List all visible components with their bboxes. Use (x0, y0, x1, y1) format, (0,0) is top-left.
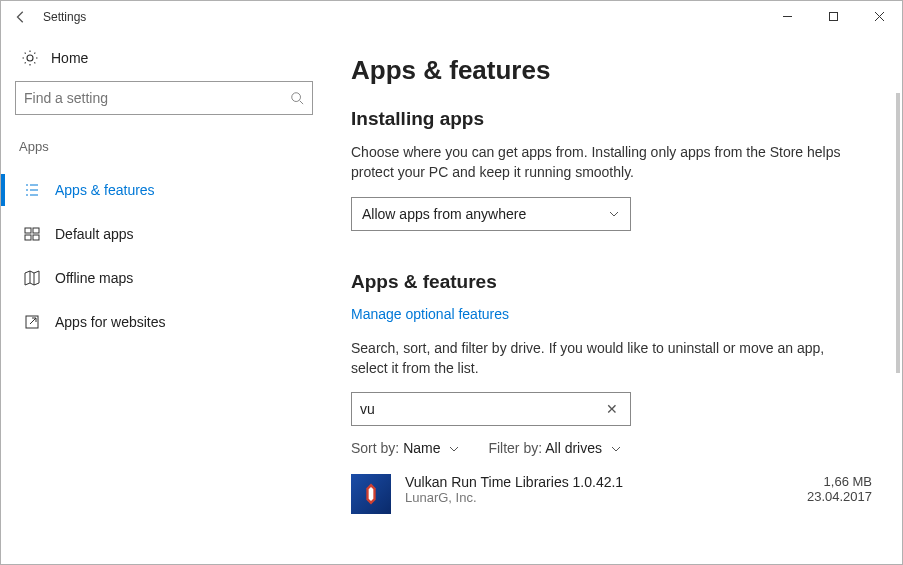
svg-rect-1 (829, 12, 837, 20)
installing-title: Installing apps (351, 108, 872, 130)
section-label: Apps (19, 139, 313, 154)
app-icon (351, 474, 391, 514)
title-bar: Settings (1, 1, 902, 33)
installing-desc: Choose where you can get apps from. Inst… (351, 142, 841, 183)
sidebar-item-offline-maps[interactable]: Offline maps (15, 256, 313, 300)
install-source-dropdown[interactable]: Allow apps from anywhere (351, 197, 631, 231)
maximize-button[interactable] (810, 1, 856, 31)
list-icon (23, 181, 41, 199)
app-size: 1,66 MB (807, 474, 872, 489)
clear-search-button[interactable]: ✕ (602, 401, 622, 417)
home-label: Home (51, 50, 88, 66)
sidebar: Home Apps Apps & features Default apps O… (1, 33, 321, 564)
gear-icon (21, 49, 39, 67)
sort-value: Name (403, 440, 440, 456)
close-button[interactable] (856, 1, 902, 31)
home-button[interactable]: Home (15, 43, 313, 81)
dropdown-value: Allow apps from anywhere (362, 206, 526, 222)
chevron-down-icon (610, 443, 622, 455)
app-publisher: LunarG, Inc. (405, 490, 793, 505)
chevron-down-icon (608, 208, 620, 220)
page-title: Apps & features (351, 55, 872, 86)
sidebar-item-default-apps[interactable]: Default apps (15, 212, 313, 256)
chevron-down-icon (448, 443, 460, 455)
svg-rect-4 (25, 228, 31, 233)
svg-point-2 (292, 93, 301, 102)
sort-label: Sort by: (351, 440, 399, 456)
nav-label: Apps for websites (55, 314, 166, 330)
defaults-icon (23, 225, 41, 243)
open-icon (23, 313, 41, 331)
search-icon (290, 91, 304, 105)
apps-title: Apps & features (351, 271, 872, 293)
minimize-button[interactable] (764, 1, 810, 31)
window-title: Settings (43, 10, 86, 24)
svg-rect-7 (33, 235, 39, 240)
svg-rect-5 (33, 228, 39, 233)
scrollbar[interactable] (896, 93, 900, 373)
filter-label: Filter by: (488, 440, 542, 456)
app-search-input[interactable]: ✕ (351, 392, 631, 426)
filter-value: All drives (545, 440, 602, 456)
main-content: Apps & features Installing apps Choose w… (321, 33, 902, 564)
nav-label: Offline maps (55, 270, 133, 286)
map-icon (23, 269, 41, 287)
manage-optional-link[interactable]: Manage optional features (351, 306, 509, 322)
back-button[interactable] (9, 5, 33, 29)
find-setting-input[interactable] (15, 81, 313, 115)
apps-desc: Search, sort, and filter by drive. If yo… (351, 338, 841, 379)
app-name: Vulkan Run Time Libraries 1.0.42.1 (405, 474, 793, 490)
nav-label: Apps & features (55, 182, 155, 198)
app-date: 23.04.2017 (807, 489, 872, 504)
app-list-item[interactable]: Vulkan Run Time Libraries 1.0.42.1 Lunar… (351, 474, 872, 514)
svg-rect-6 (25, 235, 31, 240)
sidebar-item-apps-websites[interactable]: Apps for websites (15, 300, 313, 344)
sort-by-control[interactable]: Sort by: Name (351, 440, 460, 456)
svg-line-3 (300, 101, 304, 105)
search-field[interactable] (360, 401, 602, 417)
filter-by-control[interactable]: Filter by: All drives (488, 440, 622, 456)
nav-label: Default apps (55, 226, 134, 242)
find-input-field[interactable] (24, 90, 290, 106)
sidebar-item-apps-features[interactable]: Apps & features (15, 168, 313, 212)
